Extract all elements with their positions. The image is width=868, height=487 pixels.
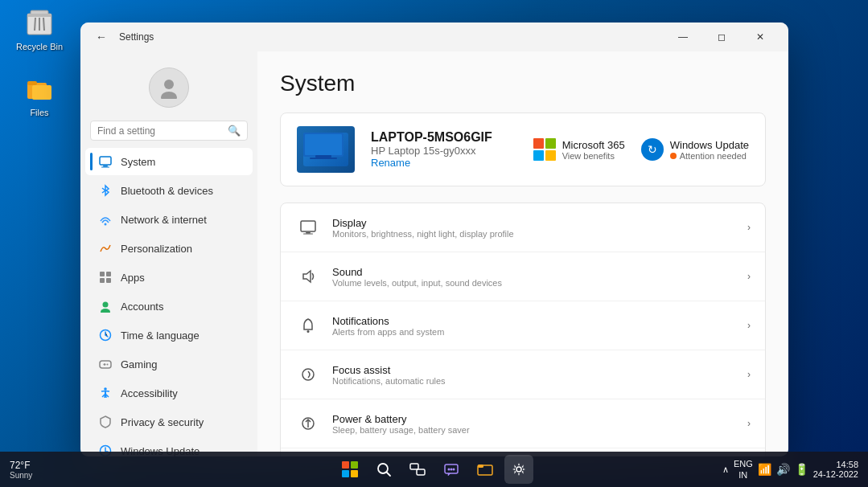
settings-window: ← Settings — ◻ ✕ 🔍: [80, 23, 788, 456]
device-name: LAPTOP-5MSO6GIF: [371, 130, 517, 145]
sidebar-item-time-label: Time & language: [121, 329, 200, 342]
back-button[interactable]: ←: [90, 26, 113, 48]
windows-update-link[interactable]: ↻ Windows Update Attention needed: [641, 138, 749, 161]
title-bar: ← Settings — ◻ ✕: [80, 23, 788, 51]
sidebar-item-bluetooth[interactable]: Bluetooth & devices: [85, 177, 253, 204]
notifications-subtitle: Alerts from apps and system: [332, 327, 747, 337]
device-model: HP Laptop 15s-gy0xxx: [371, 145, 517, 157]
svg-point-56: [516, 467, 521, 472]
sidebar-item-system-label: System: [121, 156, 155, 168]
sidebar-item-personalization[interactable]: Personalization: [85, 235, 253, 262]
explorer-icon: [477, 461, 493, 477]
ms365-desc: View benefits: [562, 151, 625, 161]
svg-rect-33: [545, 138, 556, 149]
recycle-bin-icon: [24, 7, 55, 38]
recycle-bin-label: Recycle Bin: [16, 42, 63, 51]
sidebar-item-privacy-label: Privacy & security: [121, 416, 204, 428]
search-input[interactable]: [97, 125, 223, 137]
svg-point-14: [105, 223, 107, 226]
svg-rect-36: [301, 221, 315, 231]
settings-list: Display Monitors, brightness, night ligh…: [280, 203, 766, 456]
language-indicator[interactable]: ENG IN: [734, 458, 753, 481]
svg-rect-5: [27, 14, 51, 17]
display-icon: [295, 215, 321, 240]
wu-desc: Attention needed: [670, 151, 749, 161]
taskbar-explorer-button[interactable]: [471, 455, 500, 484]
focus-assist-chevron: ›: [747, 369, 751, 380]
svg-point-52: [450, 469, 452, 471]
chevron-icon[interactable]: ∧: [722, 464, 729, 475]
notifications-title: Notifications: [332, 315, 747, 327]
sidebar: 🔍 System Bluetooth & devices Network: [80, 51, 257, 456]
settings-item-display[interactable]: Display Monitors, brightness, night ligh…: [281, 203, 765, 252]
ms365-name: Microsoft 365: [562, 139, 625, 151]
sidebar-item-accessibility[interactable]: Accessibility: [85, 379, 253, 407]
minimize-button[interactable]: —: [664, 24, 701, 50]
ms365-link[interactable]: Microsoft 365 View benefits: [533, 138, 625, 161]
maximize-button[interactable]: ◻: [703, 24, 740, 50]
taskbar-settings-icon: [511, 461, 527, 477]
svg-rect-32: [533, 138, 544, 149]
weather-condition: Sunny: [10, 471, 32, 480]
taskbar-datetime[interactable]: 14:58 24-12-2022: [813, 460, 858, 479]
device-quick-links: Microsoft 365 View benefits ↻ Windows Up…: [533, 138, 749, 161]
sidebar-item-time[interactable]: Time & language: [85, 321, 253, 349]
sidebar-item-accounts[interactable]: Accounts: [85, 293, 253, 320]
accounts-icon: [98, 299, 113, 313]
personalization-icon: [98, 241, 113, 256]
display-chevron: ›: [747, 222, 751, 233]
taskbar-taskview-button[interactable]: [403, 455, 432, 484]
taskbar-chat-button[interactable]: [437, 455, 466, 484]
taskbar-search-button[interactable]: [369, 455, 398, 484]
wifi-icon[interactable]: 📶: [758, 463, 771, 476]
svg-rect-11: [100, 157, 111, 165]
time-icon: [98, 328, 113, 342]
svg-point-9: [164, 80, 174, 89]
sidebar-item-apps[interactable]: Apps: [85, 264, 253, 291]
settings-item-sound[interactable]: Sound Volume levels, output, input, soun…: [281, 252, 765, 301]
attention-dot: [670, 153, 677, 159]
search-icon: 🔍: [228, 125, 241, 137]
sidebar-item-network[interactable]: Network & internet: [85, 206, 253, 233]
notifications-chevron: ›: [747, 320, 751, 331]
sidebar-item-privacy[interactable]: Privacy & security: [85, 408, 253, 436]
accessibility-icon: [98, 386, 113, 400]
svg-point-40: [302, 369, 314, 380]
taskbar-weather[interactable]: 72°F Sunny: [10, 460, 32, 480]
apps-icon: [98, 270, 113, 284]
svg-point-20: [101, 309, 110, 313]
settings-item-power-battery[interactable]: Power & battery Sleep, battery usage, ba…: [281, 399, 765, 448]
settings-item-focus-assist[interactable]: Focus assist Notifications, automatic ru…: [281, 350, 765, 399]
volume-icon[interactable]: 🔊: [776, 463, 790, 476]
svg-point-53: [452, 469, 455, 471]
desktop-icon-files[interactable]: Files: [11, 72, 68, 117]
svg-rect-34: [533, 150, 544, 161]
search-box[interactable]: 🔍: [90, 121, 248, 141]
battery-icon[interactable]: 🔋: [795, 463, 808, 476]
sidebar-item-system[interactable]: System: [85, 148, 253, 175]
bluetooth-icon: [98, 183, 113, 198]
svg-point-26: [104, 387, 107, 391]
title-bar-left: ← Settings: [90, 26, 154, 48]
device-rename-button[interactable]: Rename: [371, 157, 517, 169]
svg-line-4: [43, 18, 44, 31]
taskbar-search-icon: [376, 461, 392, 477]
taskbar-settings-button[interactable]: [504, 455, 533, 484]
network-icon: [98, 212, 113, 227]
focus-assist-icon: [295, 362, 321, 387]
power-battery-title: Power & battery: [332, 413, 747, 425]
sidebar-item-gaming[interactable]: Gaming: [85, 350, 253, 378]
start-button[interactable]: [335, 455, 364, 484]
focus-assist-subtitle: Notifications, automatic rules: [332, 376, 747, 386]
close-button[interactable]: ✕: [742, 24, 779, 50]
device-card: LAPTOP-5MSO6GIF HP Laptop 15s-gy0xxx Ren…: [280, 113, 766, 186]
sidebar-item-apps-label: Apps: [121, 272, 145, 284]
device-info: LAPTOP-5MSO6GIF HP Laptop 15s-gy0xxx Ren…: [371, 130, 517, 169]
avatar[interactable]: [149, 68, 189, 108]
desktop-icon-recycle-bin[interactable]: Recycle Bin: [11, 6, 68, 51]
settings-item-notifications[interactable]: Notifications Alerts from apps and syste…: [281, 301, 765, 350]
sidebar-item-bluetooth-label: Bluetooth & devices: [121, 185, 213, 197]
taskbar-center: [335, 455, 533, 484]
power-battery-chevron: ›: [747, 418, 751, 429]
svg-point-39: [307, 330, 310, 333]
